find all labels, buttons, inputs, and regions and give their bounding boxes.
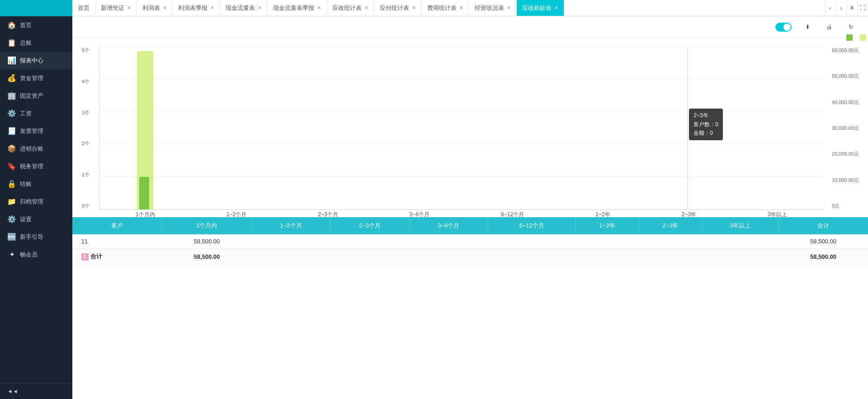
tab-close-voucher[interactable]: ✕ bbox=[127, 5, 131, 11]
legend-customer-count bbox=[846, 34, 854, 41]
tab-close-ar_aging[interactable]: ✕ bbox=[554, 5, 558, 11]
sidebar-item-invoice[interactable]: 🧾发票管理 bbox=[0, 122, 72, 140]
tab-label-cashflow_q: 现金流量表季报 bbox=[273, 4, 314, 12]
sidebar-label-inventory: 进销台账 bbox=[20, 145, 43, 153]
y-axis-left: 0个1个2个3个4个5个 bbox=[82, 47, 90, 209]
tab-cashflow_q[interactable]: 现金流量表季报✕ bbox=[268, 0, 327, 16]
sidebar-label-closing: 结账 bbox=[20, 180, 32, 188]
tab-close-cashflow[interactable]: ✕ bbox=[258, 5, 262, 11]
unpin-button[interactable]: ◄◄ bbox=[0, 383, 72, 399]
chart-hover-line bbox=[687, 47, 688, 209]
cell-value bbox=[639, 234, 702, 249]
cell-value: 58,500.00 bbox=[162, 234, 251, 249]
sidebar-label-archive: 归档管理 bbox=[20, 198, 43, 206]
sidebar-label-invoice: 发票管理 bbox=[20, 127, 43, 135]
chart-toggle[interactable] bbox=[775, 23, 792, 32]
aging-table: 客户1个月内1~2个月2~3个月3~6个月6~12个月1~2年2~3年3年以上合… bbox=[72, 217, 868, 265]
print-icon: 🖨 bbox=[826, 24, 832, 30]
chart-grid-line bbox=[100, 47, 823, 47]
tab-ap_stat[interactable]: 应付统计表✕ bbox=[374, 0, 422, 16]
tab-profit[interactable]: 利润表✕ bbox=[137, 0, 173, 16]
sidebar: 🏠首页📋总账📊报表中心💰资金管理🏢固定资产⚙️工资🧾发票管理📦进销台账🔖税务管理… bbox=[0, 0, 72, 399]
sidebar-item-guide[interactable]: 🆕新手引导 bbox=[0, 228, 72, 246]
print-button[interactable]: 🖨 bbox=[823, 22, 838, 32]
tab-label-ar_stat: 应收统计表 bbox=[332, 4, 362, 12]
tab-profit_q[interactable]: 利润表季报✕ bbox=[173, 0, 220, 16]
total-cell-value bbox=[409, 249, 488, 265]
tab-bar: 首页新增凭证✕利润表✕利润表季报✕现金流量表✕现金流量表季报✕应收统计表✕应付统… bbox=[72, 0, 868, 16]
tab-home[interactable]: 首页 bbox=[72, 0, 95, 16]
sidebar-item-tax[interactable]: 🔖税务管理 bbox=[0, 157, 72, 175]
total-cell-value bbox=[639, 249, 702, 265]
data-table-wrap: 客户1个月内1~2个月2~3个月3~6个月6~12个月1~2年2~3年3年以上合… bbox=[72, 217, 868, 399]
tab-close-ap_stat[interactable]: ✕ bbox=[412, 5, 416, 11]
tab-close-all-button[interactable]: ✕ bbox=[846, 0, 857, 16]
tab-prev-button[interactable]: ‹ bbox=[825, 0, 835, 16]
chart-grid-line bbox=[100, 79, 823, 80]
sidebar-item-settings[interactable]: ⚙️设置 bbox=[0, 210, 72, 228]
chart-toggle-wrap bbox=[775, 23, 794, 32]
sidebar-icon-ledger: 📋 bbox=[7, 38, 16, 47]
table-header: 客户1个月内1~2个月2~3个月3~6个月6~12个月1~2年2~3年3年以上合… bbox=[72, 217, 868, 234]
col-header-1个月内: 1个月内 bbox=[162, 217, 251, 234]
cell-value bbox=[330, 234, 409, 249]
table-row: 1158,500.0058,500.00 bbox=[72, 234, 868, 249]
table-body: 1158,500.0058,500.00Σ合计58,500.0058,500.0… bbox=[72, 234, 868, 265]
sidebar-item-closing[interactable]: 🔒结账 bbox=[0, 175, 72, 193]
tab-label-ar_aging: 应收账龄表 bbox=[522, 4, 552, 12]
tab-ar_aging[interactable]: 应收账龄表✕ bbox=[517, 0, 564, 16]
header-actions: ⬇ 🖨 ↻ bbox=[775, 22, 859, 32]
sidebar-item-salary[interactable]: ⚙️工资 bbox=[0, 104, 72, 122]
sidebar-item-funds[interactable]: 💰资金管理 bbox=[0, 69, 72, 87]
sidebar-item-home[interactable]: 🏠首页 bbox=[0, 16, 72, 34]
tab-label-profit_q: 利润表季报 bbox=[178, 4, 208, 12]
col-header-2~3个月: 2~3个月 bbox=[330, 217, 409, 234]
tab-next-button[interactable]: › bbox=[835, 0, 846, 16]
col-header-1~2个月: 1~2个月 bbox=[251, 217, 330, 234]
x-label: 6~12个月 bbox=[501, 211, 524, 218]
tab-ar_stat[interactable]: 应收统计表✕ bbox=[327, 0, 374, 16]
tab-close-expense[interactable]: ✕ bbox=[459, 5, 463, 11]
sidebar-item-ledger[interactable]: 📋总账 bbox=[0, 34, 72, 52]
cell-value: 58,500.00 bbox=[778, 234, 868, 249]
sidebar-label-ledger: 总账 bbox=[20, 39, 32, 47]
sidebar-item-inventory[interactable]: 📦进销台账 bbox=[0, 140, 72, 157]
tab-voucher[interactable]: 新增凭证✕ bbox=[95, 0, 137, 16]
x-label: 3年以上 bbox=[768, 211, 787, 218]
sum-icon: Σ bbox=[81, 253, 89, 261]
sidebar-label-salary: 工资 bbox=[20, 109, 32, 118]
y-axis-right: 0元10,000.00元20,000.00元30,000.00元40,000.0… bbox=[832, 47, 859, 209]
chart-tooltip: 2~3年客户数：0金额：0 bbox=[689, 109, 723, 140]
sidebar-icon-settings: ⚙️ bbox=[7, 215, 16, 223]
tab-label-home: 首页 bbox=[78, 4, 90, 12]
total-row: Σ合计58,500.0058,500.00 bbox=[72, 249, 868, 265]
sidebar-item-archive[interactable]: 📁归档管理 bbox=[0, 193, 72, 210]
chart-grid-line bbox=[100, 144, 823, 144]
cell-value bbox=[409, 234, 488, 249]
tab-close-cashflow_q[interactable]: ✕ bbox=[317, 5, 321, 11]
sidebar-icon-archive: 📁 bbox=[7, 197, 16, 206]
sidebar-icon-invoice: 🧾 bbox=[7, 127, 16, 135]
cell-value bbox=[702, 234, 778, 249]
sidebar-item-fixed[interactable]: 🏢固定资产 bbox=[0, 87, 72, 104]
sidebar-logo bbox=[0, 0, 72, 16]
sidebar-label-settings: 设置 bbox=[20, 215, 32, 223]
tab-biz[interactable]: 经营状况表✕ bbox=[469, 0, 517, 16]
sidebar-icon-guide: 🆕 bbox=[7, 233, 16, 241]
tab-close-profit_q[interactable]: ✕ bbox=[210, 5, 214, 11]
x-label: 1~2个月 bbox=[226, 211, 246, 218]
download-button[interactable]: ⬇ bbox=[802, 22, 816, 32]
sidebar-item-reports[interactable]: 📊报表中心 bbox=[0, 52, 72, 69]
tab-label-profit: 利润表 bbox=[142, 4, 160, 12]
tab-expense[interactable]: 费用统计表✕ bbox=[422, 0, 469, 16]
tab-expand-button[interactable]: ⛶ bbox=[857, 0, 868, 16]
sidebar-item-member[interactable]: ✦畅会员 bbox=[0, 246, 72, 263]
bar-count-0 bbox=[139, 177, 149, 209]
sidebar-icon-fixed: 🏢 bbox=[7, 91, 16, 100]
chart-grid-line bbox=[100, 209, 823, 209]
tab-cashflow[interactable]: 现金流量表✕ bbox=[220, 0, 268, 16]
tab-close-ar_stat[interactable]: ✕ bbox=[364, 5, 368, 11]
tab-close-biz[interactable]: ✕ bbox=[507, 5, 511, 11]
tab-close-profit[interactable]: ✕ bbox=[163, 5, 167, 11]
refresh-button[interactable]: ↻ bbox=[845, 22, 859, 32]
